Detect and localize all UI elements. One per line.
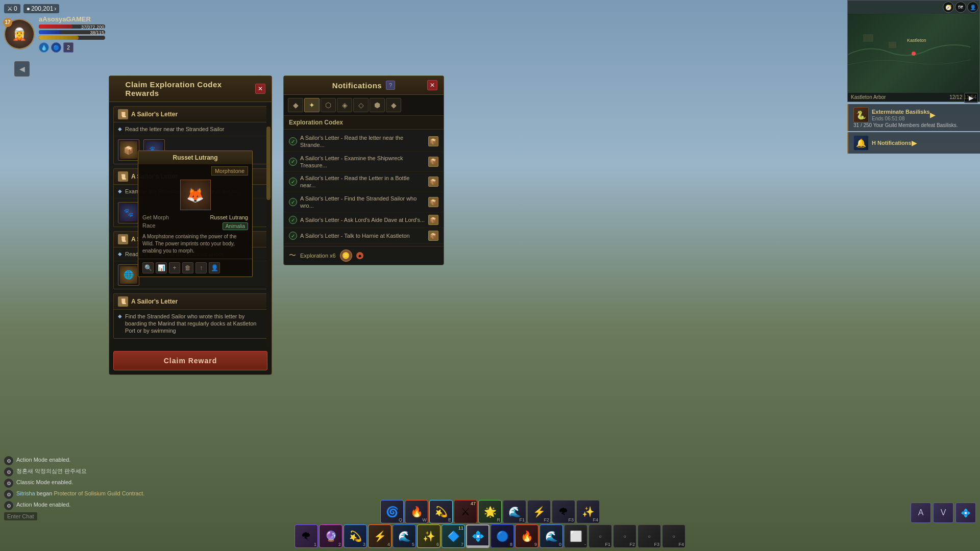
- hud-btn-v[interactable]: V: [933, 503, 953, 523]
- player-info: 🧝 17 aAsosyaGAMER 37/072,200 38/115: [4, 15, 105, 53]
- reward-img-2a: 🌐: [120, 266, 137, 284]
- skill-slot-f4[interactable]: ✨ F4: [576, 500, 600, 523]
- skill-slot-special[interactable]: ⚔ 47: [454, 500, 477, 523]
- step-marker-2: ◆: [118, 251, 122, 257]
- skill-slot-f3[interactable]: 🌪 F3: [552, 500, 575, 523]
- minimap-icon-person[interactable]: 👤: [967, 2, 978, 13]
- skill-slot-q[interactable]: 🌀 Q: [380, 500, 404, 523]
- minimap-icon-map[interactable]: 🗺: [955, 2, 966, 13]
- help-button[interactable]: ?: [386, 81, 395, 90]
- resource-item: ⚔ 0: [4, 4, 20, 13]
- notif-tab-0[interactable]: ◆: [288, 98, 303, 112]
- key-label-7: 7: [461, 542, 463, 547]
- quest-section-icon-1: 📜: [118, 171, 128, 182]
- slot-count-7: 11: [458, 525, 463, 531]
- notif-tab-1[interactable]: ✦: [304, 98, 320, 112]
- notif-tab-3[interactable]: ◈: [337, 98, 352, 112]
- notifications-title: Notifications: [332, 81, 382, 90]
- tooltip-action-upload[interactable]: ↑: [195, 262, 207, 273]
- notif-check-1: ✓: [289, 158, 297, 166]
- skill-slot-empty-f3[interactable]: ▫ F3: [638, 524, 661, 548]
- skill-slot-w[interactable]: 🔥 W: [405, 500, 428, 523]
- hud-btn-a[interactable]: A: [911, 503, 931, 523]
- nav-arrow-left[interactable]: ◀: [14, 61, 30, 77]
- quest-section-title-0: A Sailor's Letter: [131, 111, 178, 118]
- quest-detail-0: Ends 06:51:08: [872, 116, 930, 121]
- notif-item-3[interactable]: ✓ A Sailor's Letter - Find the Stranded …: [284, 192, 444, 213]
- skill-slot-1[interactable]: 🌪 1: [295, 524, 318, 548]
- xp-bar-fill: [39, 36, 79, 40]
- notif-item-4[interactable]: ✓ A Sailor's Letter - Ask Lord's Aide Da…: [284, 212, 444, 228]
- tooltip-action-person[interactable]: 👤: [209, 262, 220, 273]
- notif-item-5[interactable]: ✓ A Sailor's Letter - Talk to Harnie at …: [284, 228, 444, 244]
- scrollbar-track[interactable]: [266, 102, 271, 347]
- quest-nav-arrow[interactable]: ▶: [964, 93, 978, 103]
- notif-title-row: Notifications ?: [332, 81, 395, 90]
- skill-slot-5[interactable]: 🌊 5: [393, 524, 416, 548]
- sword-icon: ⚔: [7, 5, 13, 12]
- tooltip-item-label-row: Morphstone: [138, 164, 252, 176]
- tooltip-title: Russet Lutrang: [138, 151, 252, 164]
- chat-entry-2: ⚙ Classic Mode enabled.: [4, 479, 167, 488]
- skill-slot-f1[interactable]: 🌊 F1: [503, 500, 526, 523]
- skill-slot-empty-f2[interactable]: ▫ F2: [613, 524, 636, 548]
- hud-btn-diamond[interactable]: 💠: [955, 503, 976, 523]
- skill-slot-e[interactable]: 💫 E: [429, 500, 453, 523]
- chat-entry-1: ⚙ 청혼새 악정의심연 판주세요: [4, 467, 167, 477]
- tooltip-image: 🦊: [180, 180, 211, 210]
- resource-item-2: ● 200,201 ›: [23, 4, 60, 13]
- skill-slot-minus[interactable]: ⬜ -: [564, 524, 587, 548]
- skill-slot-f2[interactable]: ⚡ F2: [527, 500, 551, 523]
- item-tooltip: Russet Lutrang Morphstone 🦊 Get Morph Ru…: [138, 151, 253, 277]
- key-label-9: 9: [534, 542, 537, 547]
- notif-tab-4[interactable]: ◇: [353, 98, 369, 112]
- notif-tab-2[interactable]: ⬡: [321, 98, 336, 112]
- notif-text-3: A Sailor's Letter - Find the Stranded Sa…: [300, 195, 425, 210]
- footer-scroll-icon: 〜: [289, 251, 296, 260]
- skill-slot-3[interactable]: 💫 3: [344, 524, 367, 548]
- quest-title-1: H Notifications: [872, 140, 912, 146]
- claim-reward-button[interactable]: Claim Reward: [113, 351, 267, 370]
- tooltip-action-add[interactable]: +: [169, 262, 180, 273]
- notif-chest-4: 📦: [428, 215, 438, 225]
- tooltip-action-inspect[interactable]: 🔍: [142, 262, 154, 273]
- chat-text-3: Sitrisha began Protector of Solisium Gui…: [16, 490, 144, 497]
- notif-section-header: Exploration Codex: [284, 116, 444, 130]
- skill-slot-empty-f4[interactable]: ▫ F4: [662, 524, 685, 548]
- resource-value-2: 200,201: [31, 5, 53, 12]
- notif-tab-5[interactable]: ⬢: [370, 98, 385, 112]
- skill-slot-6[interactable]: ✨ 6: [417, 524, 440, 548]
- mp-bar-container: 38/115: [39, 30, 105, 34]
- player-bars: aAsosyaGAMER 37/072,200 38/115 💧 🔵 2: [39, 15, 105, 53]
- buff-icons: 💧 🔵 2: [39, 42, 105, 53]
- skill-slot-7[interactable]: 🔷 11 7: [442, 524, 465, 548]
- notif-footer-label: Exploration x6: [300, 253, 336, 259]
- skill-slot-r[interactable]: 🌟 R: [478, 500, 502, 523]
- skill-slot-0[interactable]: 🌊 0: [540, 524, 563, 548]
- tooltip-action-stats[interactable]: 📊: [156, 262, 167, 273]
- notif-item-0[interactable]: ✓ A Sailor's Letter - Read the letter ne…: [284, 132, 444, 152]
- notif-item-1[interactable]: ✓ A Sailor's Letter - Examine the Shipwr…: [284, 152, 444, 172]
- scrollbar-thumb[interactable]: [266, 127, 271, 200]
- notif-chest-2: 📦: [428, 177, 438, 187]
- key-label-1: 1: [314, 542, 316, 547]
- tooltip-action-delete[interactable]: 🗑: [182, 262, 193, 273]
- notif-tab-6[interactable]: ◆: [386, 98, 401, 112]
- notif-check-4: ✓: [289, 216, 297, 224]
- key-label-q: Q: [399, 517, 402, 522]
- minimap-icon-compass[interactable]: 🧭: [943, 2, 954, 13]
- skill-slot-empty-f1[interactable]: ▫ F1: [589, 524, 612, 548]
- skill-slot-9[interactable]: 🔥 9: [515, 524, 538, 548]
- notif-panel-close-button[interactable]: ✕: [427, 80, 437, 90]
- skill-slot-8[interactable]: 🔵 8: [491, 524, 514, 548]
- hp-bar-fill: [39, 24, 72, 29]
- skill-slot-4[interactable]: ⚡ 4: [368, 524, 391, 548]
- skill-slot-active[interactable]: 💠: [466, 524, 489, 548]
- skill-slot-2[interactable]: 🔮 2: [319, 524, 342, 548]
- claim-panel-close-button[interactable]: ✕: [255, 84, 265, 94]
- notif-item-2[interactable]: ✓ A Sailor's Letter - Read the Letter in…: [284, 172, 444, 192]
- hud-topleft: ⚔ 0 ● 200,201 › 🧝 17 aAsosyaGAMER 37/072…: [0, 0, 109, 57]
- tooltip-field-label-1: Race: [142, 222, 156, 230]
- minimap: 🧭 🗺 👤 Kastleton Kastleton Arbor 12/12 11…: [847, 0, 980, 102]
- xp-bar: [39, 36, 105, 40]
